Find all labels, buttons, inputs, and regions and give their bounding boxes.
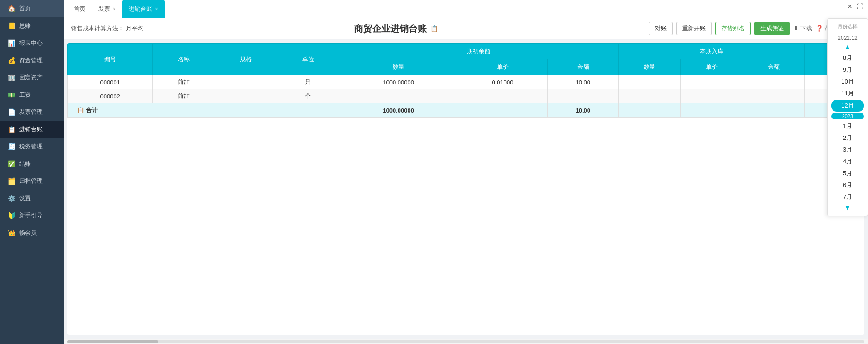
- cell-init-amount: [548, 89, 619, 103]
- inventory-table: 编号 名称 规格 单位 期初余额 本期入库 数... 数量 单价 金额 数量 单…: [67, 43, 864, 118]
- total-in-qty: [619, 103, 681, 118]
- col-name: 名称: [153, 44, 215, 75]
- tab-home-tab[interactable]: 首页: [67, 0, 92, 18]
- month-item-2月[interactable]: 2月: [828, 132, 868, 144]
- sidebar-label-vip: 畅会员: [19, 229, 37, 237]
- sidebar-item-fund[interactable]: 💰资金管理: [0, 52, 64, 69]
- sidebar-label-asset: 固定资产: [19, 74, 43, 82]
- total-label: 📋合计: [68, 103, 339, 118]
- invoice-icon: 📄: [7, 108, 15, 116]
- maximize-window-button[interactable]: ⛶: [856, 3, 863, 10]
- tab-invoice-tab[interactable]: 发票×: [92, 0, 122, 18]
- duizhang-button[interactable]: 对账: [649, 22, 673, 35]
- cell-in-price: [680, 89, 743, 103]
- sidebar-item-asset[interactable]: 🏢固定资产: [0, 69, 64, 86]
- scrollbar-thumb[interactable]: [67, 340, 158, 343]
- cell-init-price: [458, 89, 548, 103]
- tab-label-home-tab: 首页: [74, 5, 85, 13]
- month-item-8月[interactable]: 8月: [828, 52, 868, 64]
- tax-icon: 🧾: [7, 143, 15, 150]
- col-group-initial: 期初余额: [339, 44, 619, 59]
- cell-name: 前缸: [153, 89, 215, 103]
- page-title-area: 商贸企业进销台账 📋: [354, 23, 438, 35]
- sidebar-item-archive[interactable]: 🗂️归档管理: [0, 172, 64, 190]
- cell-in-amount: [743, 89, 805, 103]
- generate-voucher-button[interactable]: 生成凭证: [754, 22, 790, 35]
- sidebar-item-inventory[interactable]: 📋进销台账: [0, 121, 64, 138]
- year-2023-badge: 2023: [831, 113, 864, 119]
- inventory-icon: 📋: [7, 126, 15, 133]
- month-item-11月[interactable]: 11月: [828, 88, 868, 99]
- month-item-9月[interactable]: 9月: [828, 64, 868, 76]
- sidebar-label-inventory: 进销台账: [19, 125, 43, 133]
- guide-icon: 🔰: [7, 212, 15, 219]
- tab-close-invoice-tab[interactable]: ×: [113, 6, 116, 12]
- tab-inventory-tab[interactable]: 进销台账×: [122, 0, 165, 18]
- month-item-active[interactable]: 12月: [831, 100, 864, 112]
- sidebar-item-home[interactable]: 🏠首页: [0, 0, 64, 17]
- salary-icon: 💵: [7, 91, 15, 98]
- total-in-amount: [743, 103, 805, 118]
- month-nav-up[interactable]: ▲: [828, 42, 868, 52]
- tab-label-inventory-tab: 进销台账: [129, 5, 152, 13]
- sidebar-label-fund: 资金管理: [19, 56, 43, 64]
- sidebar-label-archive: 归档管理: [19, 177, 43, 185]
- cost-method-value: 月平均: [126, 25, 144, 32]
- col-in-qty: 数量: [619, 59, 681, 75]
- month-item-10月[interactable]: 10月: [828, 76, 868, 88]
- sidebar-item-settings[interactable]: ⚙️设置: [0, 190, 64, 207]
- cell-unit: 只: [277, 75, 339, 89]
- sidebar-item-vip[interactable]: 👑畅会员: [0, 224, 64, 241]
- cell-name: 前缸: [153, 75, 215, 89]
- sidebar-item-tax[interactable]: 🧾税务管理: [0, 138, 64, 155]
- cost-method: 销售成本计算方法： 月平均: [71, 25, 144, 33]
- sidebar-item-invoice[interactable]: 📄发票管理: [0, 103, 64, 121]
- cost-method-label: 销售成本计算方法：: [71, 25, 124, 32]
- inventory-table-wrapper: 编号 名称 规格 单位 期初余额 本期入库 数... 数量 单价 金额 数量 单…: [67, 43, 864, 335]
- scrollbar[interactable]: [64, 339, 868, 344]
- sidebar-label-settle: 结账: [19, 160, 31, 168]
- home-icon: 🏠: [7, 5, 15, 12]
- col-in-price: 单价: [680, 59, 743, 75]
- year-2022[interactable]: 2022.12: [828, 34, 868, 42]
- col-init-price: 单价: [458, 59, 548, 75]
- month-item-4月[interactable]: 4月: [828, 156, 868, 167]
- sidebar-item-guide[interactable]: 🔰新手引导: [0, 207, 64, 224]
- col-code: 编号: [68, 44, 153, 75]
- month-item-3月[interactable]: 3月: [828, 144, 868, 156]
- cell-unit: 个: [277, 89, 339, 103]
- close-window-button[interactable]: ✕: [846, 3, 853, 10]
- sidebar-label-ledger: 总账: [19, 22, 31, 30]
- reopen-button[interactable]: 重新开账: [676, 22, 712, 35]
- col-unit: 单位: [277, 44, 339, 75]
- sub-header: 销售成本计算方法： 月平均 商贸企业进销台账 📋 对账 重新开账 存货别名 生成…: [64, 18, 868, 39]
- sidebar-item-report[interactable]: 📊报表中心: [0, 34, 64, 52]
- table-row: 000002 前缸 个: [68, 89, 864, 103]
- total-init-amount: 10.00: [548, 103, 619, 118]
- total-row: 📋合计 1000.00000 10.00: [68, 103, 864, 118]
- cell-init-amount: 10.00: [548, 75, 619, 89]
- sidebar-item-ledger[interactable]: 📒总账: [0, 17, 64, 34]
- month-item-1月[interactable]: 1月: [828, 120, 868, 132]
- sidebar-label-salary: 工资: [19, 91, 31, 99]
- month-item-7月[interactable]: 7月: [828, 191, 868, 203]
- col-group-inbound: 本期入库: [619, 44, 805, 59]
- report-icon: 📊: [7, 39, 15, 47]
- cell-in-qty: [619, 75, 681, 89]
- month-item-5月[interactable]: 5月: [828, 167, 868, 179]
- tab-close-inventory-tab[interactable]: ×: [155, 6, 158, 12]
- cell-in-price: [680, 75, 743, 89]
- sidebar-item-salary[interactable]: 💵工资: [0, 86, 64, 103]
- month-nav-down[interactable]: ▼: [828, 203, 868, 213]
- cell-spec: [215, 89, 277, 103]
- col-init-qty: 数量: [339, 59, 458, 75]
- doc-icon: 📋: [430, 25, 438, 32]
- save-alias-button[interactable]: 存货别名: [715, 22, 751, 35]
- download-button[interactable]: ⬇ 下载: [793, 25, 812, 33]
- sidebar-label-report: 报表中心: [19, 39, 43, 47]
- content-area: 销售成本计算方法： 月平均 商贸企业进销台账 📋 对账 重新开账 存货别名 生成…: [64, 18, 868, 344]
- sidebar-item-settle[interactable]: ✅结账: [0, 155, 64, 172]
- month-item-6月[interactable]: 6月: [828, 179, 868, 191]
- cell-code: 000001: [68, 75, 153, 89]
- vip-icon: 👑: [7, 229, 15, 236]
